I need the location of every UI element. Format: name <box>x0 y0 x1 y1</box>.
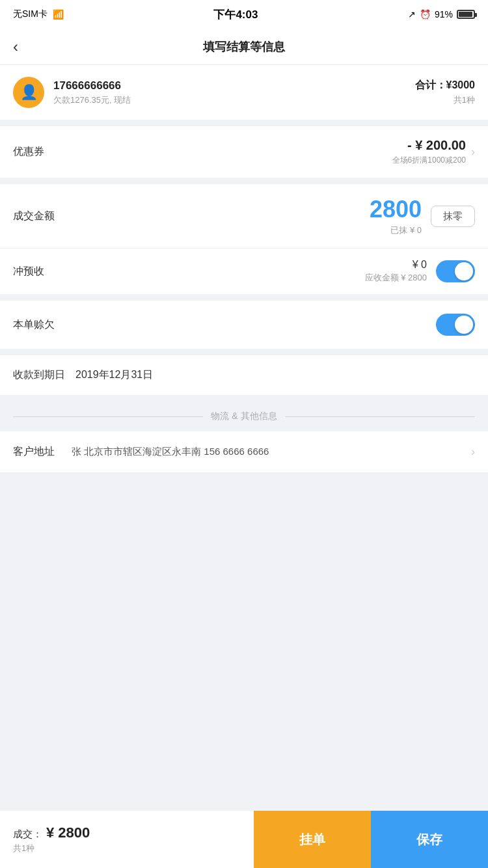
debt-toggle[interactable] <box>436 314 475 336</box>
user-row: 👤 17666666666 欠款1276.35元, 现结 合计：¥3000 共1… <box>0 65 488 120</box>
bottom-bar: 成交： ¥ 2800 共1种 挂单 保存 <box>0 811 488 868</box>
chevron-right-icon: › <box>471 145 475 159</box>
coupon-right: - ¥ 200.00 全场6折满1000减200 › <box>392 138 475 166</box>
coupon-label: 优惠券 <box>13 145 44 159</box>
amount-value-group: 2800 已抹 ¥ 0 <box>370 196 422 236</box>
bottom-deal-count: 共1种 <box>13 843 241 854</box>
prepaid-value: ¥ 0 <box>365 259 427 271</box>
avatar: 👤 <box>13 77 44 108</box>
status-time: 下午4:03 <box>213 7 258 22</box>
total-amount: 合计：¥3000 <box>415 79 476 92</box>
battery-percent: 91% <box>435 9 453 20</box>
status-right: ↗ ⏰ 91% <box>408 9 475 20</box>
debt-toggle-card: 本单赊欠 <box>0 301 488 349</box>
date-row: 收款到期日 2019年12月31日 <box>13 368 475 382</box>
amount-label: 成交金额 <box>13 210 55 223</box>
divider-text: 物流 & 其他信息 <box>211 411 277 422</box>
prepaid-row: 冲预收 ¥ 0 应收金额 ¥ 2800 <box>0 248 488 294</box>
status-left: 无SIM卡 📶 <box>13 8 64 20</box>
prepaid-right: ¥ 0 应收金额 ¥ 2800 <box>365 259 475 284</box>
address-chevron-icon: › <box>471 445 475 459</box>
wifi-icon: 📶 <box>53 9 64 20</box>
address-card[interactable]: 客户地址 张 北京市市辖区海淀区永丰南 156 6666 6666 › <box>0 431 488 472</box>
user-sub-text: 欠款1276.35元, 现结 <box>53 94 131 106</box>
due-date-card: 收款到期日 2019年12月31日 <box>0 355 488 395</box>
coupon-discount: - ¥ 200.00 <box>392 138 466 153</box>
prepaid-label: 冲预收 <box>13 265 44 278</box>
total-label: 合计： <box>415 79 446 90</box>
back-button[interactable]: ‹ <box>13 38 18 56</box>
amount-section: 成交金额 2800 已抹 ¥ 0 抹零 冲预收 ¥ 0 应收金额 ¥ 2800 <box>0 184 488 294</box>
due-date-label: 收款到期日 <box>13 368 65 382</box>
debt-label: 本单赊欠 <box>13 318 55 332</box>
location-icon: ↗ <box>408 9 416 20</box>
amount-right: 2800 已抹 ¥ 0 抹零 <box>370 196 475 236</box>
content: 👤 17666666666 欠款1276.35元, 现结 合计：¥3000 共1… <box>0 65 488 570</box>
item-count: 共1种 <box>415 94 476 106</box>
battery-icon <box>457 10 475 19</box>
round-zero-button[interactable]: 抹零 <box>431 206 475 227</box>
deal-amount-value: 2800 <box>370 196 422 223</box>
prepaid-toggle[interactable] <box>436 260 475 282</box>
coupon-desc: 全场6折满1000减200 <box>392 155 466 166</box>
alarm-icon: ⏰ <box>420 9 431 20</box>
amount-row: 成交金额 2800 已抹 ¥ 0 抹零 <box>0 184 488 248</box>
user-card: 👤 17666666666 欠款1276.35元, 现结 合计：¥3000 共1… <box>0 65 488 120</box>
status-bar: 无SIM卡 📶 下午4:03 ↗ ⏰ 91% <box>0 0 488 29</box>
hold-button[interactable]: 挂单 <box>254 811 371 868</box>
bottom-deal-amount: ¥ 2800 <box>46 824 90 841</box>
user-phone: 17666666666 <box>53 79 131 92</box>
address-value: 张 北京市市辖区海淀区永丰南 156 6666 6666 <box>65 444 471 459</box>
bottom-deal-label: 成交： <box>13 828 42 841</box>
divider-line-right <box>285 416 475 417</box>
nav-bar: ‹ 填写结算等信息 <box>0 29 488 65</box>
user-left: 👤 17666666666 欠款1276.35元, 现结 <box>13 77 131 108</box>
bottom-deal-row: 成交： ¥ 2800 <box>13 824 241 841</box>
page-title: 填写结算等信息 <box>203 39 285 55</box>
total-value: ¥3000 <box>446 79 476 90</box>
prepaid-values: ¥ 0 应收金额 ¥ 2800 <box>365 259 427 284</box>
coupon-row[interactable]: 优惠券 - ¥ 200.00 全场6折满1000减200 › <box>0 126 488 178</box>
logistics-divider: 物流 & 其他信息 <box>0 401 488 431</box>
divider-line-left <box>13 416 203 417</box>
user-info: 17666666666 欠款1276.35元, 现结 <box>53 79 131 106</box>
amount-sub: 已抹 ¥ 0 <box>370 224 422 236</box>
due-date-value: 2019年12月31日 <box>75 368 153 382</box>
carrier-text: 无SIM卡 <box>13 8 47 20</box>
toggle-knob <box>455 262 473 280</box>
address-label: 客户地址 <box>13 445 65 459</box>
debt-toggle-knob <box>455 316 473 334</box>
coupon-card: 优惠券 - ¥ 200.00 全场6折满1000减200 › <box>0 126 488 178</box>
prepaid-sub: 应收金额 ¥ 2800 <box>365 272 427 284</box>
user-right: 合计：¥3000 共1种 <box>415 79 476 106</box>
coupon-value: - ¥ 200.00 全场6折满1000减200 <box>392 138 466 166</box>
bottom-summary: 成交： ¥ 2800 共1种 <box>0 824 254 854</box>
save-button[interactable]: 保存 <box>371 811 488 868</box>
